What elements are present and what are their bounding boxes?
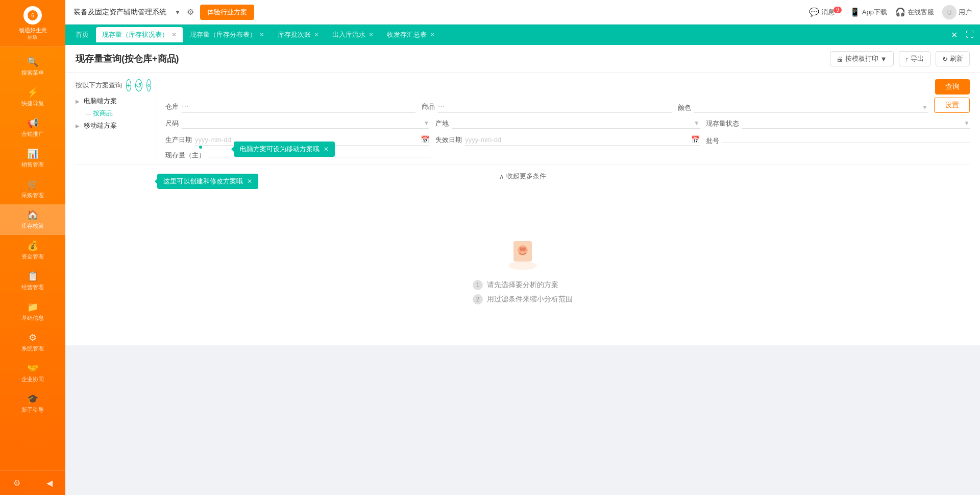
topbar-user[interactable]: U 用户 [942,5,972,19]
sidebar-settings-btn[interactable]: ⚙ [11,476,22,490]
tooltip1-close[interactable]: ✕ [324,146,329,153]
size-dropdown-icon: ▼ [423,120,429,127]
enterprise-icon: 🤝 [27,363,38,374]
goods-input[interactable]: ··· [438,100,672,113]
tab-home[interactable]: 首页 [69,27,95,42]
tooltip2-close[interactable]: ✕ [247,178,252,185]
reset-button[interactable]: 设置 [934,98,970,113]
topbar-online-service[interactable]: 🎧 在线客服 [895,7,934,17]
tab-inventory-status-close[interactable]: ✕ [172,32,177,38]
warehouse-input[interactable]: ··· [182,100,415,113]
batch-input[interactable] [722,139,970,143]
filter-section: 按以下方案查询 + ↺ « ▶ 电脑端方案 — 按商品 [65,73,980,190]
mobile-scheme-label[interactable]: 移动端方案 [84,121,117,130]
production-date-calendar-icon[interactable]: 📅 [421,135,429,144]
sidebar-item-sales[interactable]: 📊 销售管理 [0,143,65,174]
sidebar-item-inventory[interactable]: 🏠 库存核算 [0,204,65,235]
tooltip-create-scheme: 这里可以创建和修改方案哦 ✕ [157,174,258,189]
svg-point-4 [508,262,537,270]
tab-batch-account-label: 库存批次账 [278,30,311,39]
assets-icon: 💰 [27,240,38,251]
sidebar-collapse-btn[interactable]: ◀ [44,476,55,490]
sidebar-item-basic-info[interactable]: 📁 基础信息 [0,296,65,327]
origin-label: 产地 [435,119,449,128]
purchase-icon: 🛒 [27,179,38,190]
desktop-child-label[interactable]: 按商品 [93,109,113,118]
svg-point-8 [520,247,523,251]
refresh-btn[interactable]: ↻ 刷新 [936,51,970,66]
sidebar-item-quick-nav[interactable]: ⚡ 快捷导航 [0,82,65,112]
quick-nav-icon: ⚡ [27,87,38,98]
sidebar-item-purchase[interactable]: 🛒 采购管理 [0,174,65,204]
stock-status-input[interactable]: ▼ [742,118,970,129]
sidebar-label-system: 系统管理 [21,345,44,352]
sidebar-item-marketing[interactable]: 📢 营销推广 [0,112,65,143]
empty-steps: 1 请先选择要分析的方案 2 用过滤条件来缩小分析范围 [473,280,573,304]
tab-home-label: 首页 [76,30,89,39]
topbar-message[interactable]: 💬 消息 9 [809,7,842,17]
mobile-expand-icon[interactable]: ▶ [76,123,80,129]
desktop-scheme-group: ▶ 电脑端方案 [76,97,151,106]
desktop-expand-icon[interactable]: ▶ [76,99,80,104]
stock-status-dropdown-icon: ▼ [964,120,970,127]
add-scheme-btn[interactable]: + [126,79,131,91]
query-button[interactable]: 查询 [935,79,970,95]
step-1-num: 1 [473,280,483,290]
expiry-date-calendar-icon[interactable]: 📅 [691,135,700,144]
tab-in-out-flow[interactable]: 出入库流水 ✕ [326,27,380,42]
main-content: 装备及固定资产辅助管理系统 ▼ ⚙ 体验行业方案 💬 消息 9 📱 App下载 … [65,0,980,495]
sidebar-item-operations[interactable]: 📋 经营管理 [0,266,65,296]
sidebar-item-enterprise[interactable]: 🤝 企业协同 [0,358,65,388]
expiry-date-input[interactable]: yyyy-mm-dd 📅 [465,134,699,146]
marketing-icon: 📢 [27,117,38,129]
tab-batch-account-close[interactable]: ✕ [314,32,319,38]
tabbar-fullscreen-btn[interactable]: ⛶ [964,29,976,40]
origin-input[interactable]: ▼ [452,118,699,129]
size-input[interactable]: ▼ [182,118,429,129]
tab-collect-summary-close[interactable]: ✕ [430,32,435,38]
template-print-btn[interactable]: 🖨 按模板打印 ▼ [830,51,894,66]
message-badge: 9 [834,7,842,13]
tab-inventory-status[interactable]: 现存量（库存状况表） ✕ [96,27,183,42]
color-label: 颜色 [678,103,691,112]
svg-text:U: U [947,9,952,16]
desktop-scheme-label[interactable]: 电脑端方案 [84,97,117,106]
empty-step-1: 1 请先选择要分析的方案 [473,280,573,290]
refresh-scheme-btn[interactable]: ↺ [135,79,142,91]
sidebar-item-guide[interactable]: 🎓 新手引导 [0,388,65,419]
guide-icon: 🎓 [27,393,38,405]
tab-inventory-dist-close[interactable]: ✕ [259,32,264,38]
sidebar-item-system[interactable]: ⚙ 系统管理 [0,327,65,358]
page-header: 现存量查询(按仓库+商品) 🖨 按模板打印 ▼ ↑ 导出 ↻ 刷新 [65,45,980,73]
sidebar-menu: 🔍 搜索菜单 ⚡ 快捷导航 📢 营销推广 📊 销售管理 🛒 采购管理 🏠 库存核… [0,47,65,470]
sidebar-item-search[interactable]: 🔍 搜索菜单 [0,51,65,82]
filter-label: 按以下方案查询 [76,81,122,90]
color-input[interactable]: ▼ [694,102,928,113]
color-field: 颜色 ▼ [678,102,928,113]
tab-inventory-dist[interactable]: 现存量（库存分布表） ✕ [184,27,271,42]
export-btn[interactable]: ↑ 导出 [899,51,931,66]
topbar-settings-icon[interactable]: ⚙ [187,7,194,17]
sidebar-label-assets: 资金管理 [21,253,44,261]
service-icon: 🎧 [895,7,905,17]
tabbar-close-all-btn[interactable]: ✕ [949,29,960,41]
back-btn[interactable]: « [146,79,151,91]
stock-range-max[interactable] [328,154,431,157]
svg-text:6: 6 [31,13,34,18]
topbar-app-download[interactable]: 📱 App下载 [850,7,887,17]
tooltip-desktop-scheme: 电脑方案可设为移动方案哦 ✕ [234,142,335,157]
sidebar-label-marketing: 营销推广 [21,130,44,138]
goods-label: 商品 [422,102,435,111]
tab-collect-summary[interactable]: 收发存汇总表 ✕ [381,27,441,42]
stock-status-field: 现存量状态 ▼ [706,118,970,129]
system-title-dropdown[interactable]: ▼ [175,9,181,16]
tab-batch-account[interactable]: 库存批次账 ✕ [272,27,325,42]
mobile-scheme-group: ▶ 移动端方案 [76,121,151,130]
experience-btn[interactable]: 体验行业方案 [200,5,254,20]
empty-illustration [502,231,543,272]
refresh-icon: ↻ [942,55,948,63]
goods-field: 商品 ··· [422,100,672,113]
desktop-scheme-children: — 按商品 [76,109,151,118]
tab-in-out-flow-close[interactable]: ✕ [369,32,374,38]
sidebar-item-assets[interactable]: 💰 资金管理 [0,235,65,266]
